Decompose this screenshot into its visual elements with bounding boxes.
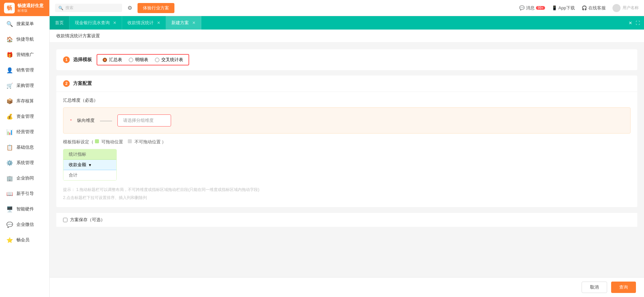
search-bar[interactable]: 🔍 搜索 (55, 4, 122, 12)
inventory-icon: 📦 (6, 98, 13, 104)
step2-badge: 2 (63, 80, 70, 87)
page-content: 收款情况统计方案设置 1 选择模板 汇总表 (50, 30, 644, 297)
hint-area: 提示： 1.拖动标题栏可以调整布局，不可跨维度或指标区域拖动栏目段(只能在同一维… (63, 186, 631, 202)
collection-amount-tag[interactable]: 收款金额 ▾ (63, 160, 116, 170)
logo-area: 畅 畅捷通好生意 标准版 (0, 0, 49, 16)
avatar (612, 4, 621, 12)
save-row: 方案保存（可选） (56, 212, 637, 227)
radio-cross[interactable]: 交叉统计表 (155, 57, 183, 63)
sidebar-item-sales[interactable]: 👤 销售管理 (0, 62, 49, 78)
sidebar-item-finance[interactable]: 💰 资金管理 (0, 109, 49, 124)
member-icon: ⭐ (6, 237, 13, 243)
tab-home[interactable]: 首页 (50, 16, 69, 30)
step1-header: 1 选择模板 汇总表 明细表 (56, 49, 637, 70)
tab-bank-flow[interactable]: 现金银行流水查询 ✕ (69, 16, 122, 30)
close-all-icon[interactable]: ✕ (629, 20, 632, 26)
sidebar-item-search-menu[interactable]: 🔍 搜索菜单 (0, 16, 49, 32)
step2-title: 方案配置 (73, 81, 92, 87)
step2-header: 2 方案配置 (56, 76, 637, 92)
dimension-area: * 纵向维度 —— 请选择分组维度 (63, 107, 631, 134)
user-area[interactable]: 用户名称 (612, 4, 639, 12)
cancel-button[interactable]: 取消 (582, 282, 607, 293)
sales-icon: 👤 (6, 67, 13, 73)
config-body: 汇总维度（必选） * 纵向维度 —— 请选择分组维度 (56, 92, 637, 207)
sidebar-item-wechat[interactable]: 💬 企业微信 (0, 217, 49, 232)
message-button[interactable]: 💬 消息 99+ (519, 5, 545, 11)
support-button[interactable]: 🎧 在线客服 (582, 5, 606, 11)
template-section: 1 选择模板 汇总表 明细表 (56, 49, 637, 70)
sidebar-item-operations[interactable]: 📊 经营管理 (0, 124, 49, 140)
topbar-right: 💬 消息 99+ 📱 App下载 🎧 在线客服 用户名称 (519, 4, 639, 12)
tab-close-bank-flow[interactable]: ✕ (113, 20, 116, 25)
form-body: 1 选择模板 汇总表 明细表 (50, 43, 644, 277)
sidebar: 畅 畅捷通好生意 标准版 🔍 搜索菜单 🏠 快捷导航 🎁 营销推广 👤 销售管理… (0, 0, 50, 297)
sidebar-item-marketing[interactable]: 🎁 营销推广 (0, 47, 49, 62)
logo-icon: 畅 (4, 3, 15, 13)
basic-info-icon: 📋 (6, 144, 13, 151)
sidebar-item-system[interactable]: ⚙️ 系统管理 (0, 155, 49, 170)
indicators-table: 统计指标 收款金额 ▾ 合计 (63, 149, 117, 181)
sidebar-item-inventory[interactable]: 📦 库存核算 (0, 93, 49, 109)
quick-nav-icon: 🏠 (6, 36, 13, 43)
tab-close-collection-stats[interactable]: ✕ (157, 20, 160, 25)
search-icon: 🔍 (58, 6, 63, 10)
marketing-icon: 🎁 (6, 52, 13, 58)
main-area: 🔍 搜索 ⚙ 体验行业方案 💬 消息 99+ 📱 App下载 🎧 在线客服 用户… (50, 0, 644, 297)
page-header: 收款情况统计方案设置 (50, 30, 644, 43)
industry-solution-button[interactable]: 体验行业方案 (138, 3, 174, 13)
logo-text: 畅捷通好生意 标准版 (17, 3, 44, 13)
search-menu-icon: 🔍 (6, 21, 13, 27)
settings-icon[interactable]: ⚙ (127, 5, 132, 11)
step1-title: 选择模板 (73, 57, 92, 63)
query-button[interactable]: 查询 (611, 282, 636, 293)
topbar: 🔍 搜索 ⚙ 体验行业方案 💬 消息 99+ 📱 App下载 🎧 在线客服 用户… (50, 0, 644, 16)
dimension-select[interactable]: 请选择分组维度 (117, 114, 171, 127)
step1-badge: 1 (63, 56, 70, 63)
dimension-title: 汇总维度（必选） (63, 97, 631, 103)
guide-icon: 📖 (6, 191, 13, 197)
sidebar-item-enterprise[interactable]: 🏢 企业协同 (0, 170, 49, 186)
headset-icon: 🎧 (582, 5, 587, 10)
indicators-config-header: 模板指标设定（ 可拖动位置 不可拖动位置 ） (63, 139, 631, 145)
sidebar-item-guide[interactable]: 📖 新手引导 (0, 186, 49, 201)
dropdown-icon: ▾ (89, 162, 91, 167)
system-icon: ⚙️ (6, 160, 13, 166)
config-section: 2 方案配置 汇总维度（必选） * 纵向维度 —— 请选择分组维度 (56, 76, 637, 207)
indicators-section: 模板指标设定（ 可拖动位置 不可拖动位置 ） 统计指标 (63, 139, 631, 182)
stat-label: 统计指标 (63, 149, 116, 160)
operations-icon: 📊 (6, 129, 13, 135)
dimension-row: * 纵向维度 —— 请选择分组维度 (70, 114, 624, 127)
sidebar-item-quick-nav[interactable]: 🏠 快捷导航 (0, 32, 49, 47)
vertical-dimension-label: 纵向维度 (77, 117, 95, 123)
sidebar-item-member[interactable]: ⭐ 畅会员 (0, 232, 49, 248)
required-star: * (70, 118, 72, 123)
arrow-icon: —— (100, 117, 112, 124)
enterprise-icon: 🏢 (6, 175, 13, 182)
radio-summary[interactable]: 汇总表 (103, 57, 122, 63)
purchase-icon: 🛒 (6, 83, 13, 89)
expand-icon[interactable]: ⛶ (636, 20, 640, 26)
save-checkbox[interactable] (63, 218, 67, 222)
sidebar-item-basic-info[interactable]: 📋 基础信息 (0, 140, 49, 155)
sidebar-item-smart-hw[interactable]: 🖥️ 智能硬件 (0, 201, 49, 217)
finance-icon: 💰 (6, 113, 13, 120)
radio-detail[interactable]: 明细表 (129, 57, 148, 63)
total-row: 合计 (63, 170, 116, 180)
app-download-button[interactable]: 📱 App下载 (552, 5, 575, 11)
tabs-actions: ✕ ⛶ (625, 16, 644, 30)
tab-bar: 首页 现金银行流水查询 ✕ 收款情况统计 ✕ 新建方案 ✕ ✕ ⛶ (50, 16, 644, 30)
smart-hw-icon: 🖥️ (6, 206, 13, 212)
download-icon: 📱 (552, 5, 557, 10)
message-icon: 💬 (519, 5, 525, 10)
unmovable-dot (128, 139, 132, 143)
footer-bar: 取消 查询 (50, 277, 644, 297)
tab-collection-stats[interactable]: 收款情况统计 ✕ (122, 16, 166, 30)
sidebar-item-purchase[interactable]: 🛒 采购管理 (0, 78, 49, 93)
tab-close-new-plan[interactable]: ✕ (192, 20, 196, 25)
save-label: 方案保存（可选） (70, 217, 105, 223)
tab-new-plan[interactable]: 新建方案 ✕ (166, 16, 201, 30)
page-title: 收款情况统计方案设置 (56, 33, 100, 38)
wechat-icon: 💬 (6, 221, 13, 228)
movable-dot (95, 139, 99, 143)
